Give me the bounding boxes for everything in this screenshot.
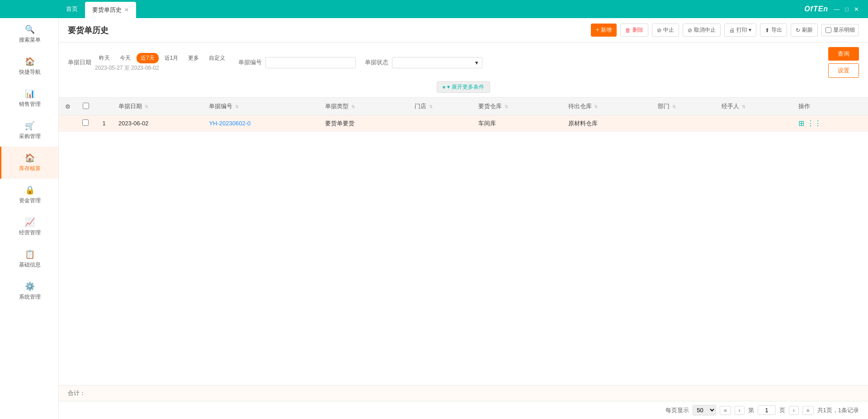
col-operation: 操作	[793, 98, 868, 115]
sidebar-item-quick-nav[interactable]: 🏠 快捷导航	[0, 50, 58, 82]
tab-close-icon[interactable]: ✕	[124, 7, 129, 13]
page-title: 要货单历史	[68, 25, 108, 36]
tab-home[interactable]: 首页	[59, 0, 85, 18]
row-doc-no: YH-20230602-0	[203, 115, 319, 132]
stop-button[interactable]: ⊘ 中止	[652, 24, 679, 37]
sidebar-item-ops-mgmt[interactable]: 📈 经营管理	[0, 211, 58, 243]
sidebar-item-basic-info[interactable]: 📋 基础信息	[0, 243, 58, 275]
table-footer: 合计：	[59, 385, 868, 401]
print-icon: 🖨	[729, 27, 735, 33]
col-dept[interactable]: 部门 ⇅	[652, 98, 716, 115]
total-pages-info: 共1页，1条记录	[817, 406, 859, 414]
new-button[interactable]: + 新增	[591, 24, 616, 37]
date-btn-today[interactable]: 今天	[116, 53, 135, 63]
row-edit-icon[interactable]: ⊞	[798, 119, 804, 128]
print-button[interactable]: 🖨 打印 ▾	[724, 24, 756, 37]
doc-no-link[interactable]: YH-20230602-0	[209, 120, 250, 127]
query-button[interactable]: 查询	[828, 47, 859, 61]
home-icon: 🏠	[25, 57, 35, 67]
next-page-button[interactable]: ›	[789, 406, 799, 415]
sort-dept-icon: ⇅	[672, 104, 676, 109]
date-btn-recent1month[interactable]: 近1月	[160, 53, 183, 63]
col-handler[interactable]: 经手人 ⇅	[716, 98, 793, 115]
sidebar-item-search-menu[interactable]: 🔍 搜索菜单	[0, 18, 58, 50]
chart-icon: 📊	[25, 89, 35, 99]
cart-icon: 🛒	[25, 121, 35, 131]
cancel-stop-button[interactable]: ⊘ 取消中止	[683, 24, 721, 37]
main-layout: 🔍 搜索菜单 🏠 快捷导航 📊 销售管理 🛒 采购管理 🏠 库存核算 🔒 资金管…	[0, 18, 868, 419]
table-body: 1 2023-06-02 YH-20230602-0 要货单要货 车间库 原材料…	[59, 115, 868, 132]
col-num	[95, 98, 113, 115]
delete-button[interactable]: 🗑 🗑 删除 删除	[620, 24, 648, 37]
data-table: ⚙ 单据日期 ⇅ 单据编号 ⇅	[59, 98, 868, 132]
filter-dates: 昨天 今天 近7天 近1月 更多 自定义	[95, 53, 229, 63]
sidebar: 🔍 搜索菜单 🏠 快捷导航 📊 销售管理 🛒 采购管理 🏠 库存核算 🔒 资金管…	[0, 18, 59, 419]
expand-icon: ▾	[443, 84, 445, 90]
pagination: 每页显示 50 100 200 « ‹ 第 页 › » 共1页，1条记录	[59, 401, 868, 419]
export-icon: ⬆	[765, 27, 769, 33]
top-right-actions: OfTEn — □ ✕	[804, 5, 868, 13]
sort-doc-no-icon: ⇅	[235, 104, 239, 109]
last-page-button[interactable]: »	[802, 406, 814, 415]
cancel-stop-icon: ⊘	[688, 27, 692, 33]
filter-doc-status: 单据状态 ▾	[365, 57, 482, 68]
page-suffix: 页	[779, 406, 785, 414]
filter-section: 单据日期 昨天 今天 近7天 近1月 更多 自定义 2023-05-27 至 2…	[59, 43, 868, 98]
doc-status-select[interactable]: ▾	[392, 57, 482, 68]
col-doc-type[interactable]: 单据类型 ⇅	[320, 98, 409, 115]
filter-doc-date: 单据日期 昨天 今天 近7天 近1月 更多 自定义 2023-05-27 至 2…	[68, 53, 229, 72]
date-btn-custom[interactable]: 自定义	[205, 53, 229, 63]
col-pending-warehouse[interactable]: 待出仓库 ⇅	[563, 98, 652, 115]
prev-page-button[interactable]: ‹	[735, 406, 745, 415]
page-label: 第	[748, 406, 754, 414]
date-btn-recent7[interactable]: 近7天	[137, 53, 159, 63]
settings-button[interactable]: 设置	[828, 63, 859, 78]
per-page-select[interactable]: 50 100 200	[693, 405, 716, 415]
row-more-icon[interactable]: ⋮⋮	[807, 119, 821, 128]
sort-handler-icon: ⇅	[742, 104, 745, 109]
page-number-input[interactable]	[758, 405, 776, 415]
tab-requisition-history[interactable]: 要货单历史 ✕	[85, 2, 136, 18]
page-header: 要货单历史 + 新增 🗑 🗑 删除 删除 ⊘ 中止 ⊘ 取消中止 🖨	[59, 18, 868, 43]
sidebar-item-sales-mgmt[interactable]: 📊 销售管理	[0, 82, 58, 114]
table-header-row: ⚙ 单据日期 ⇅ 单据编号 ⇅	[59, 98, 868, 115]
header-actions: + 新增 🗑 🗑 删除 删除 ⊘ 中止 ⊘ 取消中止 🖨 打印 ▾	[591, 24, 859, 37]
refresh-button[interactable]: ↻ 刷新	[791, 24, 818, 37]
filter-row-1: 单据日期 昨天 今天 近7天 近1月 更多 自定义 2023-05-27 至 2…	[68, 47, 859, 78]
col-settings[interactable]: ⚙	[59, 98, 77, 115]
display-detail-checkbox[interactable]	[826, 27, 831, 33]
doc-no-input[interactable]	[265, 57, 356, 68]
row-select-checkbox[interactable]	[82, 119, 89, 126]
col-doc-date[interactable]: 单据日期 ⇅	[113, 98, 203, 115]
export-button[interactable]: ⬆ 导出	[760, 24, 787, 37]
first-page-button[interactable]: «	[720, 406, 731, 415]
window-close[interactable]: ✕	[854, 6, 859, 13]
sort-pending-warehouse-icon: ⇅	[594, 104, 598, 109]
row-checkbox	[77, 115, 95, 132]
gear-icon: ⚙️	[25, 281, 35, 291]
display-detail-button[interactable]: 显示明细	[821, 24, 859, 36]
expand-more-row: ▾ ▾ 展开更多条件	[68, 81, 859, 93]
sort-doc-date-icon: ⇅	[145, 104, 148, 109]
sidebar-item-finance-mgmt[interactable]: 🔒 资金管理	[0, 179, 58, 211]
select-all-checkbox[interactable]	[83, 103, 89, 109]
date-btn-more[interactable]: 更多	[184, 53, 203, 63]
row-operation: ⊞ ⋮⋮	[793, 115, 868, 132]
row-pending-warehouse: 原材料仓库	[563, 115, 652, 132]
window-maximize[interactable]: □	[845, 6, 849, 13]
brand-logo: OfTEn	[804, 5, 828, 13]
expand-more-button[interactable]: ▾ ▾ 展开更多条件	[437, 81, 490, 93]
col-doc-no[interactable]: 单据编号 ⇅	[203, 98, 319, 115]
date-btn-yesterday[interactable]: 昨天	[95, 53, 114, 63]
window-minimize[interactable]: —	[834, 6, 840, 13]
doc-date-label: 单据日期	[68, 58, 91, 67]
sidebar-item-sys-mgmt[interactable]: ⚙️ 系统管理	[0, 275, 58, 307]
row-dept	[652, 115, 716, 132]
sidebar-item-inventory[interactable]: 🏠 库存核算	[0, 147, 58, 179]
row-doc-date: 2023-06-02	[113, 115, 203, 132]
col-store[interactable]: 门店 ⇅	[409, 98, 473, 115]
col-req-warehouse[interactable]: 要货仓库 ⇅	[473, 98, 562, 115]
lock-icon: 🔒	[25, 185, 35, 195]
filter-doc-no: 单据编号	[238, 57, 356, 68]
sidebar-item-purchase-mgmt[interactable]: 🛒 采购管理	[0, 114, 58, 147]
